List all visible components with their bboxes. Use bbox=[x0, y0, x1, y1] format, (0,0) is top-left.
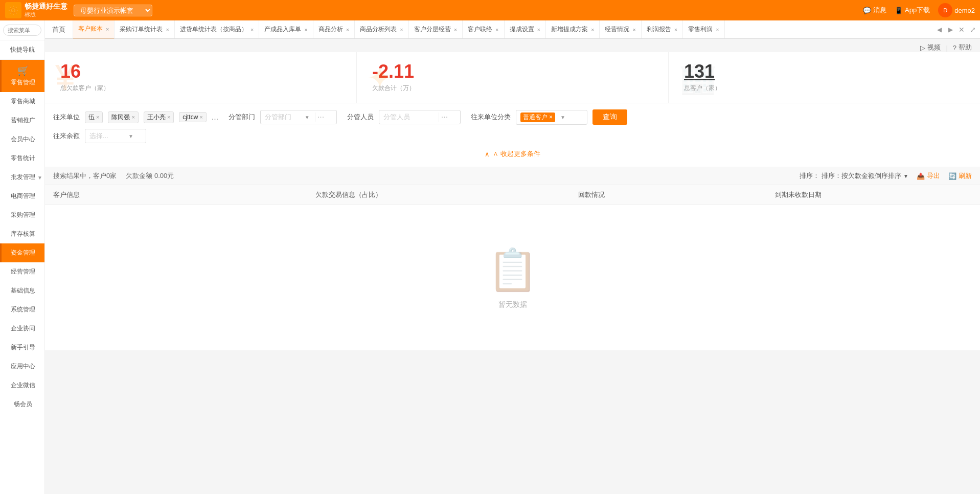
filter-tag-unit-default: 伍 × bbox=[85, 111, 103, 123]
query-button[interactable]: 查询 bbox=[592, 109, 627, 125]
search-result-text: 搜索结果中，客户0家 bbox=[53, 172, 117, 179]
sidebar-item-enterprise-collab[interactable]: 企业协同 bbox=[0, 319, 44, 338]
tab-close-operations[interactable]: × bbox=[632, 27, 635, 33]
tab-new-commission[interactable]: 新增提成方案 × bbox=[546, 20, 600, 39]
stat-bg-icon-2: ✦ bbox=[367, 60, 393, 96]
export-icon: 📤 bbox=[917, 172, 925, 180]
tab-close-product-list[interactable]: × bbox=[400, 27, 403, 33]
sidebar-item-basic-info[interactable]: 基础信息 bbox=[0, 281, 44, 300]
tab-close-purchase-stats[interactable]: × bbox=[250, 27, 254, 33]
refresh-button[interactable]: 🔄 刷新 bbox=[948, 171, 972, 181]
page-actions: ▷ 视频 | ? 帮助 bbox=[45, 39, 980, 52]
tab-close-new-commission[interactable]: × bbox=[591, 27, 594, 33]
demo-select[interactable]: 母婴行业演示帐套 bbox=[74, 5, 152, 16]
tab-purchase-order-stats[interactable]: 采购订单统计表 × bbox=[115, 20, 174, 39]
app-container: 🔆 畅捷通好生意 标版 母婴行业演示帐套 💬 消息 📱 App下载 D demo… bbox=[0, 0, 980, 494]
sidebar-item-quick-nav[interactable]: 快捷导航 bbox=[0, 40, 44, 60]
col-header-customer-info: 客户信息 bbox=[53, 190, 315, 199]
sidebar-item-member-center[interactable]: 会员中心 bbox=[0, 130, 44, 149]
filter-tag-cjttcw: cjttcw × bbox=[179, 112, 206, 122]
sidebar-item-chang-member[interactable]: 畅会员 bbox=[0, 395, 44, 414]
sidebar-item-finance-mgmt[interactable]: 资金管理 bbox=[0, 243, 44, 262]
tab-close-finished-goods[interactable]: × bbox=[304, 27, 307, 33]
filter-select-department[interactable]: 分管部门 ▼ ··· bbox=[260, 110, 337, 124]
sidebar-item-marketing[interactable]: 营销推广 bbox=[0, 111, 44, 130]
sidebar-item-ecommerce[interactable]: 电商管理 bbox=[0, 187, 44, 206]
tab-close-retail-profit[interactable]: × bbox=[716, 27, 719, 33]
sidebar-item-newbie-guide[interactable]: 新手引导 bbox=[0, 338, 44, 357]
tab-prev-arrow[interactable]: ◀ bbox=[934, 25, 944, 35]
sidebar-item-purchase-mgmt[interactable]: 采购管理 bbox=[0, 206, 44, 224]
tab-close-product-analysis[interactable]: × bbox=[346, 27, 349, 33]
sidebar-item-retail-mall[interactable]: 零售商城 bbox=[0, 92, 44, 111]
sidebar-item-inventory[interactable]: 库存核算 bbox=[0, 224, 44, 243]
filter-select-manager[interactable]: 分管人员 ··· bbox=[379, 110, 461, 124]
filter-tag-remove-wu[interactable]: × bbox=[96, 114, 99, 120]
debt-amount-text: 欠款金额 0.00元 bbox=[126, 172, 174, 179]
sidebar-item-enterprise-wechat[interactable]: 企业微信 bbox=[0, 376, 44, 395]
tab-next-arrow[interactable]: ▶ bbox=[945, 25, 955, 35]
tab-product-analysis-list[interactable]: 商品分析列表 × bbox=[355, 20, 408, 39]
collapse-more-button[interactable]: ∧ ∧ 收起更多条件 bbox=[480, 147, 545, 161]
chevron-down-icon-balance: ▼ bbox=[128, 133, 133, 139]
tab-commission-settings[interactable]: 提成设置 × bbox=[505, 20, 546, 39]
tab-close-all[interactable]: ✕ bbox=[956, 25, 967, 35]
tab-customer-contact[interactable]: 客户联络 × bbox=[463, 20, 504, 39]
tab-close-customer-ledger[interactable]: × bbox=[106, 26, 109, 32]
tab-customer-ledger[interactable]: 客户账本 × bbox=[73, 20, 115, 39]
sidebar: 快捷导航 🛒 零售管理 零售商城 营销推广 会员中心 零售统计 批发管理 ▼ bbox=[0, 20, 45, 494]
main-layout: 快捷导航 🛒 零售管理 零售商城 营销推广 会员中心 零售统计 批发管理 ▼ bbox=[0, 20, 980, 494]
sidebar-item-system-mgmt[interactable]: 系统管理 bbox=[0, 300, 44, 319]
tab-operations[interactable]: 经营情况 × bbox=[600, 20, 641, 39]
tab-home[interactable]: 首页 bbox=[45, 20, 73, 39]
tab-close-profit[interactable]: × bbox=[674, 27, 677, 33]
chevron-down-icon-dept: ▼ bbox=[305, 115, 310, 120]
message-icon: 💬 bbox=[863, 7, 871, 14]
sort-select[interactable]: 排序： 排序：按欠款金额倒序排序 ▼ bbox=[800, 171, 908, 181]
stat-card-total-customers: 🏢 131 总客户（家） bbox=[669, 52, 980, 103]
filter-tag-remove-chen[interactable]: × bbox=[131, 114, 134, 120]
clear-manager-icon[interactable]: ··· bbox=[439, 113, 448, 122]
tab-retail-profit[interactable]: 零售利润 × bbox=[683, 20, 724, 39]
user-profile[interactable]: D demo2 bbox=[938, 3, 975, 17]
filter-tag-remove-cjttcw[interactable]: × bbox=[199, 114, 202, 120]
app-download-button[interactable]: 📱 App下载 bbox=[895, 6, 930, 15]
empty-state: 📋 暂无数据 bbox=[45, 205, 980, 350]
video-button[interactable]: ▷ 视频 bbox=[920, 43, 941, 52]
filter-more-tags[interactable]: ... bbox=[212, 113, 218, 122]
tab-close-customer-segment[interactable]: × bbox=[454, 27, 457, 33]
sidebar-item-operations-mgmt[interactable]: 经营管理 bbox=[0, 262, 44, 281]
help-button[interactable]: ? 帮助 bbox=[953, 43, 972, 52]
search-input[interactable] bbox=[3, 25, 41, 36]
tab-purchase-stats-by-product[interactable]: 进货单统计表（按商品） × bbox=[175, 20, 259, 39]
export-button[interactable]: 📤 导出 bbox=[917, 171, 940, 181]
sidebar-item-app-center[interactable]: 应用中心 bbox=[0, 357, 44, 376]
tab-close-commission[interactable]: × bbox=[537, 27, 540, 33]
filter-row-1: 往来单位 伍 × 陈民强 × 王小亮 × bbox=[53, 109, 972, 125]
tab-close-customer-contact[interactable]: × bbox=[495, 27, 498, 33]
message-button[interactable]: 💬 消息 bbox=[863, 6, 886, 15]
filter-tag-remove-normal[interactable]: × bbox=[549, 114, 553, 121]
sidebar-item-retail-stats[interactable]: 零售统计 bbox=[0, 149, 44, 168]
tab-close-purchase-order[interactable]: × bbox=[166, 27, 169, 33]
chevron-down-icon-class: ▼ bbox=[560, 115, 565, 120]
tab-product-analysis[interactable]: 商品分析 × bbox=[313, 20, 355, 39]
filter-tag-remove-wang[interactable]: × bbox=[167, 114, 170, 120]
clear-dept-icon[interactable]: ··· bbox=[315, 113, 324, 122]
filter-area: 往来单位 伍 × 陈民强 × 王小亮 × bbox=[45, 103, 980, 167]
sidebar-item-retail-mgmt[interactable]: 🛒 零售管理 bbox=[0, 60, 44, 92]
tab-profit-report[interactable]: 利润报告 × bbox=[642, 20, 683, 39]
filter-select-unit-class[interactable]: 普通客户 × ▼ bbox=[516, 110, 587, 125]
table-header: 客户信息 欠款交易信息（占比） 回款情况 到期未收款日期 bbox=[45, 185, 980, 205]
video-icon: ▷ bbox=[920, 44, 925, 52]
filter-label-balance: 往来余额 bbox=[53, 131, 80, 141]
filter-select-balance[interactable]: 选择... ▼ bbox=[85, 129, 146, 143]
tab-bar: 首页 客户账本 × 采购订单统计表 × 进货单统计表（按商品） × 产成品入库单… bbox=[45, 20, 980, 39]
tab-navigation: ◀ ▶ ✕ ⤢ bbox=[932, 25, 980, 35]
tab-expand[interactable]: ⤢ bbox=[968, 25, 978, 35]
tab-finished-goods[interactable]: 产成品入库单 × bbox=[259, 20, 313, 39]
sidebar-item-wholesale-mgmt[interactable]: 批发管理 ▼ bbox=[0, 168, 44, 187]
collapse-icon: ∧ bbox=[485, 150, 490, 158]
filter-label-unit: 往来单位 bbox=[53, 113, 80, 122]
tab-customer-segment[interactable]: 客户分层经营 × bbox=[409, 20, 463, 39]
